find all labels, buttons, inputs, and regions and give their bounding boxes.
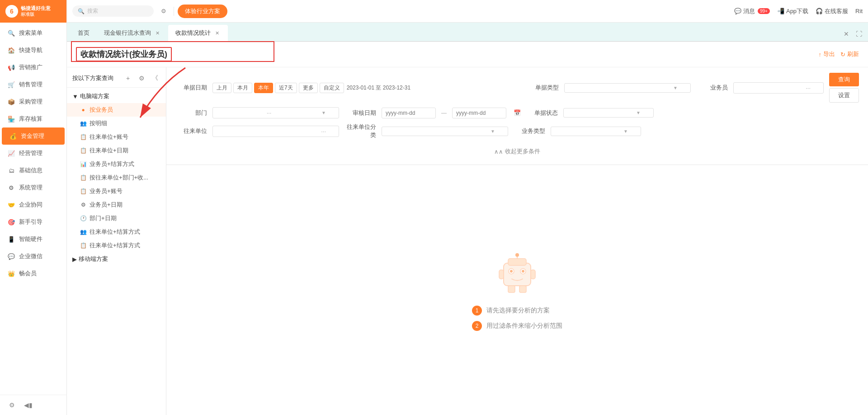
sidebar-item-base-info[interactable]: 🗂 基础信息 bbox=[0, 162, 66, 179]
tab-bank-flow[interactable]: 现金银行流水查询 ✕ bbox=[97, 25, 168, 41]
collapse-panel-btn[interactable]: 《 bbox=[150, 73, 160, 84]
sidebar-item-newbie[interactable]: 🎯 新手引导 bbox=[0, 213, 66, 231]
scheme-settings-btn[interactable]: ⚙ bbox=[136, 73, 147, 84]
tab-home-label: 首页 bbox=[78, 29, 90, 37]
partner-dept-icon: 📋 bbox=[80, 174, 87, 181]
date-btn-this-year[interactable]: 本年 bbox=[254, 83, 273, 93]
sidebar-item-sales[interactable]: 🛒 销售管理 bbox=[0, 76, 66, 93]
export-icon: ↑ bbox=[819, 51, 822, 58]
message-icon: 💬 bbox=[734, 8, 741, 14]
sidebar-item-finance[interactable]: 💰 资金管理 bbox=[2, 127, 65, 145]
trial-btn[interactable]: 体验行业方案 bbox=[178, 5, 227, 18]
more-dots-icon: ··· bbox=[321, 128, 326, 135]
date-btn-last-month[interactable]: 上月 bbox=[212, 83, 231, 93]
empty-state-illustration bbox=[495, 250, 540, 295]
scheme-item-partner-settle2[interactable]: 📋 往来单位+结算方式 bbox=[67, 239, 166, 252]
refresh-btn[interactable]: ↻ 刷新 bbox=[840, 50, 859, 58]
chevron-down-icon: ▼ bbox=[636, 110, 641, 115]
search-icon: 🔍 bbox=[78, 8, 85, 14]
scheme-item-label: 业务员+日期 bbox=[90, 201, 123, 209]
export-btn[interactable]: ↑ 导出 bbox=[819, 50, 835, 58]
scheme-item-salesperson-account[interactable]: 📋 业务员+账号 bbox=[67, 184, 166, 198]
receipt-type-select[interactable]: ▼ bbox=[564, 83, 691, 93]
scheme-group-mobile-header[interactable]: ▶ 移动端方案 bbox=[67, 252, 166, 266]
sidebar-item-quicknav[interactable]: 🏠 快捷导航 bbox=[0, 42, 66, 59]
tab-bank-flow-close[interactable]: ✕ bbox=[154, 29, 161, 37]
sidebar-item-member[interactable]: 👑 畅会员 bbox=[0, 265, 66, 282]
sidebar-item-hardware[interactable]: 📱 智能硬件 bbox=[0, 231, 66, 248]
salesperson-label: 业务员 bbox=[696, 84, 728, 92]
scheme-item-label: 往来单位+结算方式 bbox=[90, 228, 140, 236]
sidebar: 6 畅捷通好生意 标准版 🔍 搜索菜单 🏠 快捷导航 📢 营销推广 🛒 销售管理… bbox=[0, 0, 67, 415]
sidebar-nav: 🔍 搜索菜单 🏠 快捷导航 📢 营销推广 🛒 销售管理 📦 采购管理 🏪 库存核… bbox=[0, 23, 66, 395]
scheme-item-detail[interactable]: 👥 按明细 bbox=[67, 117, 166, 130]
sidebar-footer: ⚙ ◀▮ bbox=[0, 395, 66, 415]
partner-category-select[interactable]: ▼ bbox=[382, 127, 508, 136]
scheme-item-by-salesperson[interactable]: ● 按业务员 bbox=[67, 103, 166, 117]
add-scheme-btn[interactable]: + bbox=[123, 73, 133, 84]
date-btn-this-month[interactable]: 本月 bbox=[233, 83, 252, 93]
scheme-item-dept-date[interactable]: 🕐 部门+日期 bbox=[67, 212, 166, 225]
message-action[interactable]: 💬 消息 99+ bbox=[734, 7, 770, 15]
salesperson-select[interactable]: ··· bbox=[733, 82, 824, 94]
tabs-bar-right: ✕ ⛶ bbox=[841, 28, 864, 41]
dept-select[interactable]: ··· ▼ bbox=[212, 107, 339, 118]
sidebar-item-search[interactable]: 🔍 搜索菜单 bbox=[0, 24, 66, 42]
topbar-search-box[interactable]: 🔍 搜索 bbox=[72, 5, 154, 17]
tab-maximize-icon[interactable]: ⛶ bbox=[854, 28, 864, 39]
tab-home[interactable]: 首页 bbox=[71, 25, 97, 41]
message-label: 消息 bbox=[743, 7, 755, 15]
partner-select[interactable]: ··· bbox=[212, 126, 339, 137]
sidebar-settings-btn[interactable]: ⚙ bbox=[5, 399, 18, 411]
scheme-item-partner-account[interactable]: 📋 往来单位+账号 bbox=[67, 130, 166, 144]
partner-category-label: 往来单位分类 bbox=[344, 123, 376, 139]
sidebar-item-collab[interactable]: 🤝 企业协同 bbox=[0, 196, 66, 213]
sidebar-item-weixin[interactable]: 💬 企业微信 bbox=[0, 248, 66, 265]
marketing-icon: 📢 bbox=[7, 63, 15, 71]
scheme-group-desktop: ▼ 电脑端方案 ● 按业务员 👥 按明细 📋 往来单位+账号 bbox=[67, 90, 166, 252]
svg-rect-8 bbox=[499, 270, 504, 279]
app-download-action[interactable]: 📲 App下载 bbox=[777, 7, 808, 15]
tab-close-all-icon[interactable]: ✕ bbox=[841, 28, 852, 39]
purchase-icon: 📦 bbox=[7, 98, 15, 106]
date-btn-more[interactable]: 更多 bbox=[299, 83, 318, 93]
audit-date-to-input[interactable] bbox=[452, 108, 506, 118]
message-badge: 99+ bbox=[758, 8, 770, 14]
calendar-icon[interactable]: 📅 bbox=[514, 109, 521, 116]
audit-date-from-input[interactable] bbox=[382, 108, 436, 118]
empty-step-1: 1 请先选择要分析的方案 bbox=[472, 306, 562, 316]
date-btn-7days[interactable]: 近7天 bbox=[275, 83, 297, 93]
scheme-item-partner-settle1[interactable]: 👥 往来单位+结算方式 bbox=[67, 225, 166, 239]
tab-receipt-stats-close[interactable]: ✕ bbox=[213, 29, 221, 37]
step-2-text: 用过滤条件来缩小分析范围 bbox=[486, 322, 562, 330]
tab-receipt-stats[interactable]: 收款情况统计 ✕ bbox=[168, 25, 228, 41]
scheme-item-partner-date[interactable]: 📋 往来单位+日期 bbox=[67, 144, 166, 157]
scheme-item-partner-dept[interactable]: 📋 按往来单位+部门+收... bbox=[67, 171, 166, 184]
query-btn[interactable]: 查询 bbox=[829, 73, 859, 86]
scheme-item-salesperson-settle[interactable]: 📊 业务员+结算方式 bbox=[67, 157, 166, 171]
topbar-gear-icon[interactable]: ⚙ bbox=[157, 5, 170, 18]
collapse-more-btn[interactable]: ∧∧ 收起更多条件 bbox=[175, 144, 859, 159]
results-area: 1 请先选择要分析的方案 2 用过滤条件来缩小分析范围 bbox=[166, 165, 868, 415]
user-name[interactable]: Rit bbox=[855, 8, 863, 14]
sidebar-item-marketing[interactable]: 📢 营销推广 bbox=[0, 59, 66, 76]
page-header: 收款情况统计(按业务员) ↑ 导出 ↻ 刷新 bbox=[67, 42, 868, 67]
online-service-label: 在线客服 bbox=[825, 7, 848, 15]
receipt-status-label: 单据状态 bbox=[526, 109, 558, 117]
date-btn-custom[interactable]: 自定义 bbox=[320, 83, 344, 93]
partner-label: 往来单位 bbox=[175, 127, 207, 135]
business-type-select[interactable]: ▼ bbox=[551, 127, 641, 136]
scheme-item-salesperson-date[interactable]: ⚙ 业务员+日期 bbox=[67, 198, 166, 212]
scheme-group-desktop-header[interactable]: ▼ 电脑端方案 bbox=[67, 90, 166, 103]
sidebar-item-system[interactable]: ⚙ 系统管理 bbox=[0, 179, 66, 196]
settings-btn[interactable]: 设置 bbox=[829, 88, 859, 103]
partner-settle2-icon: 📋 bbox=[80, 242, 87, 249]
sidebar-item-purchase[interactable]: 📦 采购管理 bbox=[0, 93, 66, 110]
receipt-status-select[interactable]: ▼ bbox=[563, 108, 654, 118]
sidebar-item-operations[interactable]: 📈 经营管理 bbox=[0, 145, 66, 162]
sidebar-item-inventory[interactable]: 🏪 库存核算 bbox=[0, 110, 66, 127]
sidebar-collapse-btn[interactable]: ◀▮ bbox=[22, 399, 34, 411]
online-service-action[interactable]: 🎧 在线客服 bbox=[816, 7, 848, 15]
topbar: 🔍 搜索 ⚙ 体验行业方案 💬 消息 99+ 📲 App下载 🎧 在线客服 Ri… bbox=[67, 0, 868, 23]
collab-icon: 🤝 bbox=[7, 201, 15, 209]
